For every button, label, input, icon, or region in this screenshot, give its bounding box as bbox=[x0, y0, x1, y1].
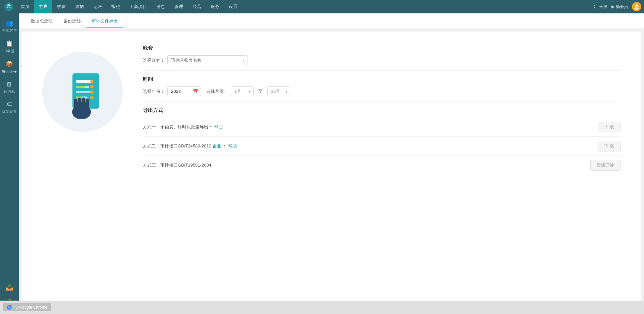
account-label: 选择账套： bbox=[143, 57, 165, 63]
nav-home[interactable]: 首页 bbox=[16, 0, 34, 13]
tab-data-migrate[interactable]: 数据包迁移 bbox=[25, 15, 58, 28]
sidebar-label-tag-settings: 标签设置 bbox=[2, 109, 17, 114]
nav-manage[interactable]: 管理 bbox=[170, 0, 188, 13]
method-2-download-button[interactable]: 下 载 bbox=[598, 141, 621, 151]
method-2-company-link[interactable]: 企业 bbox=[212, 143, 221, 148]
year-label: 选择年份： bbox=[143, 88, 165, 95]
method-2-help-link[interactable]: 帮助 bbox=[228, 143, 237, 148]
nav-customer[interactable]: 客户 bbox=[34, 0, 52, 13]
tabs-bar: 数据包迁移 备份迁移 审计文件导出 bbox=[19, 13, 644, 28]
nav-items: 首页 客户 收费 票据 记账 报税 工商项目 消息 管理 经营 服务 设置 bbox=[16, 0, 594, 13]
nav-right: ⛶ 全屏 ▶ 畅会员 bbox=[594, 2, 641, 11]
method-3-text: 方式三：审计接口GB/T19581-2004 bbox=[143, 163, 211, 168]
taskbar-chrome-button[interactable]: 47 Google Chrome bbox=[3, 303, 51, 311]
user-avatar[interactable] bbox=[632, 2, 641, 11]
method-1-text: 方式一：余额表、序时账批量导出： bbox=[143, 124, 213, 129]
svg-point-2 bbox=[634, 7, 639, 10]
svg-point-0 bbox=[4, 2, 13, 11]
top-nav: 首页 客户 收费 票据 记账 报税 工商项目 消息 管理 经营 服务 设置 ⛶ … bbox=[0, 0, 644, 13]
divider-1 bbox=[143, 70, 621, 71]
content-area: 数据包迁移 备份迁移 审计文件导出 bbox=[19, 13, 644, 314]
customers-icon: 👥 bbox=[6, 19, 13, 27]
nav-tax[interactable]: 报税 bbox=[107, 0, 125, 13]
month-end-select[interactable]: 1月2月3月4月 5月6月7月8月 9月10月11月12月 bbox=[267, 86, 290, 96]
sidebar-item-tag-settings[interactable]: 🏷 标签设置 bbox=[0, 98, 19, 118]
download-icon: 📥 bbox=[6, 284, 13, 291]
member-label: 畅会员 bbox=[616, 4, 628, 10]
tab-backup-migrate[interactable]: 备份迁移 bbox=[58, 15, 86, 28]
nav-invoice[interactable]: 票据 bbox=[70, 0, 89, 13]
audit-export-container: 账套 选择账套： ▾ 时间 选择年份： bbox=[29, 38, 634, 181]
nav-operation[interactable]: 经营 bbox=[188, 0, 206, 13]
nav-service[interactable]: 服务 bbox=[206, 0, 224, 13]
month-start-wrap: 1月2月3月4月 5月6月7月8月 9月10月11月12月 bbox=[231, 86, 254, 96]
sidebar-label-zero-declare: 0申报 bbox=[5, 49, 14, 54]
svg-rect-22 bbox=[8, 307, 10, 308]
tag-icon: 🏷 bbox=[6, 101, 12, 108]
year-input-wrap: 📅 bbox=[167, 86, 201, 96]
trash-icon: 🗑 bbox=[6, 81, 12, 88]
nav-settings[interactable]: 设置 bbox=[224, 0, 242, 13]
method-3-label: 方式三：审计接口GB/T19581-2004 bbox=[143, 162, 211, 168]
taskbar: 47 Google Chrome bbox=[0, 301, 644, 314]
account-row: 选择账套： ▾ bbox=[143, 55, 621, 65]
sidebar-label-all-customers: 全部客户 bbox=[2, 28, 17, 33]
svg-rect-6 bbox=[76, 91, 91, 93]
sidebar-item-all-customers[interactable]: 👥 全部客户 bbox=[0, 16, 19, 37]
section-export-title: 导出方式 bbox=[143, 107, 621, 114]
svg-rect-4 bbox=[76, 80, 93, 83]
illustration bbox=[42, 52, 123, 132]
nav-business[interactable]: 工商项目 bbox=[125, 0, 152, 13]
method-1-download-button[interactable]: 下 载 bbox=[598, 122, 621, 132]
calendar-icon: 📅 bbox=[193, 89, 198, 94]
form-area: 账套 选择账套： ▾ 时间 选择年份： bbox=[143, 45, 621, 175]
tab-audit-export[interactable]: 审计文件导出 bbox=[86, 15, 123, 28]
sidebar-item-zero-declare[interactable]: 📋 0申报 bbox=[0, 37, 19, 57]
time-row: 选择年份： 📅 选择月份： 1月2月3月4月 5月6月7月8月 9月10月11月… bbox=[143, 86, 621, 96]
taskbar-chrome-label: 47 Google Chrome bbox=[13, 305, 47, 310]
divider-2 bbox=[143, 102, 621, 102]
section-account-title: 账套 bbox=[143, 45, 621, 51]
export-method-3: 方式三：审计接口GB/T19581-2004 暂缓开通 bbox=[143, 156, 621, 175]
member-icon: ▶ bbox=[611, 4, 614, 9]
sidebar: 👥 全部客户 📋 0申报 📦 账套迁移 🗑 回收站 🏷 标签设置 📥 ❓ bbox=[0, 13, 19, 314]
svg-rect-19 bbox=[86, 99, 89, 104]
nav-account[interactable]: 记账 bbox=[89, 0, 107, 13]
method-2-colon: ： bbox=[222, 143, 227, 148]
fullscreen-label: 全屏 bbox=[599, 4, 607, 10]
month-label: 选择月份： bbox=[206, 88, 228, 95]
account-input[interactable] bbox=[167, 55, 248, 65]
sidebar-item-migrate[interactable]: 📦 账套迁移 bbox=[0, 57, 19, 77]
page-content: 账套 选择账套： ▾ 时间 选择年份： bbox=[22, 32, 641, 311]
svg-rect-18 bbox=[82, 98, 85, 104]
separator-text: 至 bbox=[258, 88, 263, 95]
migrate-icon: 📦 bbox=[6, 60, 13, 68]
zero-declare-icon: 📋 bbox=[6, 40, 13, 47]
method-3-trial-button[interactable]: 暂缓开通 bbox=[590, 160, 621, 171]
svg-point-10 bbox=[90, 90, 94, 94]
chrome-icon bbox=[7, 305, 12, 310]
sidebar-label-trash: 回收站 bbox=[4, 89, 15, 94]
main-layout: 👥 全部客户 📋 0申报 📦 账套迁移 🗑 回收站 🏷 标签设置 📥 ❓ bbox=[0, 13, 644, 314]
export-method-2: 方式二：审计接口GB/T24589-2010 企业 ： 帮助 下 载 bbox=[143, 137, 621, 156]
svg-point-8 bbox=[90, 80, 94, 83]
section-time-title: 时间 bbox=[143, 76, 621, 82]
export-method-1: 方式一：余额表、序时账批量导出： 帮助 下 载 bbox=[143, 118, 621, 137]
sidebar-download-button[interactable]: 📥 bbox=[0, 280, 19, 294]
sidebar-item-trash[interactable]: 🗑 回收站 bbox=[0, 77, 19, 98]
nav-fee[interactable]: 收费 bbox=[52, 0, 70, 13]
sidebar-label-migrate: 账套迁移 bbox=[2, 69, 17, 74]
member-button[interactable]: ▶ 畅会员 bbox=[611, 4, 628, 10]
svg-rect-16 bbox=[74, 99, 77, 105]
app-logo bbox=[3, 1, 15, 13]
fullscreen-button[interactable]: ⛶ 全屏 bbox=[594, 4, 607, 10]
month-start-select[interactable]: 1月2月3月4月 5月6月7月8月 9月10月11月12月 bbox=[231, 86, 254, 96]
method-2-text: 方式二：审计接口GB/T24589-2010 bbox=[143, 143, 211, 148]
method-2-label: 方式二：审计接口GB/T24589-2010 企业 ： 帮助 bbox=[143, 143, 237, 149]
svg-point-9 bbox=[90, 85, 94, 88]
svg-rect-17 bbox=[78, 98, 81, 104]
fullscreen-icon: ⛶ bbox=[594, 4, 598, 9]
nav-message[interactable]: 消息 bbox=[152, 0, 170, 13]
method-1-help-link[interactable]: 帮助 bbox=[214, 124, 223, 129]
svg-rect-12 bbox=[76, 86, 85, 88]
